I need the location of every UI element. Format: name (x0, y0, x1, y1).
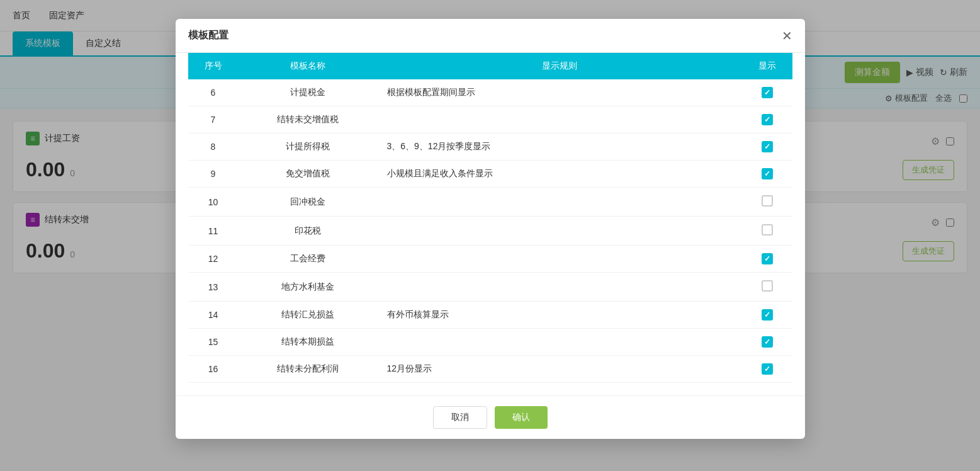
cell-no: 7 (188, 106, 239, 133)
cell-rule (377, 273, 742, 302)
checkbox-1[interactable] (762, 114, 773, 125)
cell-no: 15 (188, 329, 239, 356)
checkbox-5[interactable] (762, 224, 773, 236)
checkbox-0[interactable] (762, 87, 773, 98)
cell-checkbox[interactable] (742, 79, 792, 106)
cell-rule: 小规模且满足收入条件显示 (377, 161, 742, 188)
table-row: 14结转汇兑损益有外币核算显示 (188, 302, 792, 329)
cell-no: 10 (188, 188, 239, 217)
checkbox-10[interactable] (762, 363, 773, 375)
cell-name: 地方水利基金 (239, 273, 377, 302)
table-row: 8计提所得税3、6、9、12月按季度显示 (188, 133, 792, 161)
cell-checkbox[interactable] (742, 217, 792, 246)
table-head: 序号 模板名称 显示规则 显示 (188, 53, 792, 79)
cell-checkbox[interactable] (742, 246, 792, 273)
table-row: 15结转本期损益 (188, 329, 792, 356)
cell-name: 回冲税金 (239, 188, 377, 217)
dialog-footer: 取消 确认 (176, 395, 805, 439)
table-row: 13地方水利基金 (188, 273, 792, 302)
col-header-display: 显示 (742, 53, 792, 79)
cell-rule (377, 106, 742, 133)
checkbox-2[interactable] (762, 141, 773, 152)
cell-rule: 3、6、9、12月按季度显示 (377, 133, 742, 161)
cell-rule: 根据模板配置期间显示 (377, 79, 742, 106)
cell-checkbox[interactable] (742, 161, 792, 188)
table-row: 16结转未分配利润12月份显示 (188, 356, 792, 383)
checkbox-8[interactable] (762, 309, 773, 321)
cell-no: 9 (188, 161, 239, 188)
cell-checkbox[interactable] (742, 273, 792, 302)
checkbox-7[interactable] (762, 280, 773, 292)
table-row: 12工会经费 (188, 246, 792, 273)
cell-name: 结转未分配利润 (239, 356, 377, 383)
table-row: 7结转未交增值税 (188, 106, 792, 133)
checkbox-9[interactable] (762, 336, 773, 348)
cell-name: 结转未交增值税 (239, 106, 377, 133)
table-row: 11印花税 (188, 217, 792, 246)
checkbox-3[interactable] (762, 168, 773, 179)
cell-checkbox[interactable] (742, 356, 792, 383)
cell-checkbox[interactable] (742, 133, 792, 161)
col-header-no: 序号 (188, 53, 239, 79)
cell-no: 12 (188, 246, 239, 273)
cell-checkbox[interactable] (742, 188, 792, 217)
dialog-close-button[interactable]: ✕ (782, 30, 792, 42)
table-row: 6计提税金根据模板配置期间显示 (188, 79, 792, 106)
cell-name: 结转本期损益 (239, 329, 377, 356)
cell-name: 免交增值税 (239, 161, 377, 188)
cell-rule (377, 329, 742, 356)
checkbox-6[interactable] (762, 253, 773, 264)
cell-rule: 12月份显示 (377, 356, 742, 383)
cell-rule (377, 188, 742, 217)
cell-name: 印花税 (239, 217, 377, 246)
dialog-title: 模板配置 (188, 29, 228, 42)
cell-name: 结转汇兑损益 (239, 302, 377, 329)
checkbox-4[interactable] (762, 195, 773, 207)
col-header-rule: 显示规则 (377, 53, 742, 79)
dialog-header: 模板配置 ✕ (176, 19, 805, 53)
cell-no: 14 (188, 302, 239, 329)
cell-no: 13 (188, 273, 239, 302)
cell-name: 计提税金 (239, 79, 377, 106)
cell-no: 6 (188, 79, 239, 106)
col-header-name: 模板名称 (239, 53, 377, 79)
cell-no: 16 (188, 356, 239, 383)
cell-checkbox[interactable] (742, 302, 792, 329)
cell-rule (377, 246, 742, 273)
cancel-button[interactable]: 取消 (433, 406, 487, 429)
confirm-button[interactable]: 确认 (495, 406, 548, 429)
cell-name: 计提所得税 (239, 133, 377, 161)
cell-no: 8 (188, 133, 239, 161)
config-table: 序号 模板名称 显示规则 显示 6计提税金根据模板配置期间显示7结转未交增值税8… (188, 53, 792, 383)
cell-rule (377, 217, 742, 246)
dialog-body: 序号 模板名称 显示规则 显示 6计提税金根据模板配置期间显示7结转未交增值税8… (176, 53, 805, 395)
cell-no: 11 (188, 217, 239, 246)
table-row: 9免交增值税小规模且满足收入条件显示 (188, 161, 792, 188)
table-row: 10回冲税金 (188, 188, 792, 217)
cell-rule: 有外币核算显示 (377, 302, 742, 329)
cell-checkbox[interactable] (742, 106, 792, 133)
table-body: 6计提税金根据模板配置期间显示7结转未交增值税8计提所得税3、6、9、12月按季… (188, 79, 792, 383)
dialog-template-config: 模板配置 ✕ 序号 模板名称 显示规则 显示 6计提税金根据模板配置期间显示7结… (176, 19, 805, 439)
modal-overlay: 模板配置 ✕ 序号 模板名称 显示规则 显示 6计提税金根据模板配置期间显示7结… (0, 0, 980, 471)
cell-name: 工会经费 (239, 246, 377, 273)
cell-checkbox[interactable] (742, 329, 792, 356)
